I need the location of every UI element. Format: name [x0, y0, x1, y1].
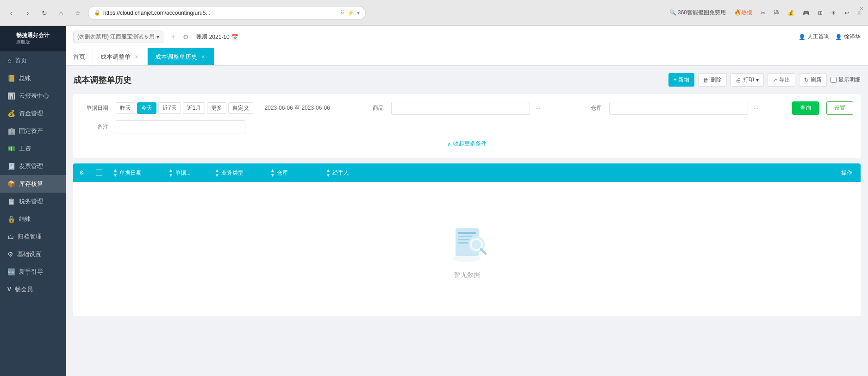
translate-tool[interactable]: 译	[771, 8, 782, 18]
th-handler[interactable]: ▲ ▼ 经手人	[321, 168, 377, 178]
filter-remark-row: 备注	[81, 120, 853, 133]
svg-point-8	[472, 240, 481, 249]
tab-home[interactable]: 首页	[66, 48, 93, 66]
sort-icon-date: ▲ ▼	[113, 168, 118, 178]
calendar-icon[interactable]: 📅	[231, 34, 238, 40]
filter-date-row: 单据日期 昨天 今天 近7天 近1月 更多 自定义 2023-06-06 至 2…	[81, 101, 853, 115]
add-company-btn[interactable]: +	[171, 33, 175, 41]
print-button[interactable]: 🖨 打印 ▾	[731, 73, 764, 87]
sort-icon-num: ▲ ▼	[169, 168, 173, 178]
sidebar-item-fixed-assets[interactable]: 🏢 固定资产	[0, 122, 66, 140]
th-settings[interactable]: ⚙	[73, 169, 90, 176]
th-checkbox[interactable]	[90, 169, 108, 176]
sidebar-item-capital[interactable]: 💰 资金管理	[0, 105, 66, 122]
warehouse-input[interactable]	[609, 102, 748, 115]
page-title: 成本调整单历史	[73, 75, 131, 86]
capital-icon: 💰	[7, 110, 15, 117]
star-button[interactable]: ☆	[71, 6, 84, 19]
sidebar-item-label: 总账	[19, 74, 31, 82]
service-btn[interactable]: 👤 人工咨询	[799, 33, 830, 41]
column-settings-icon: ⚙	[79, 169, 84, 176]
sidebar-item-guide[interactable]: 🆕 新手引导	[0, 263, 66, 281]
top-bar-right: 👤 人工咨询 👤 徐泽华	[799, 33, 861, 41]
sidebar-item-settings[interactable]: ⚙ 基础设置	[0, 245, 66, 263]
goods-more-btn[interactable]: ···	[536, 105, 540, 112]
date-btn-yesterday[interactable]: 昨天	[116, 102, 135, 114]
sidebar-item-member[interactable]: V 畅会员	[0, 281, 66, 298]
th-num[interactable]: ▲ ▼ 单据...	[164, 168, 210, 178]
search-tool[interactable]: 🔍 360智能抠图免费用	[667, 8, 729, 18]
tab-cost-adjust-close[interactable]: ×	[133, 54, 140, 60]
company-name: (勿删勿禁用) 江西服宝测试专用	[77, 33, 155, 41]
date-btn-1month[interactable]: 近1月	[183, 102, 206, 114]
undo-tool[interactable]: ↩	[842, 9, 852, 17]
delete-button[interactable]: 🗑 删除	[698, 73, 727, 87]
print-icon: 🖨	[736, 77, 741, 83]
date-btn-7days[interactable]: 近7天	[158, 102, 181, 114]
sidebar-item-label: 固定资产	[19, 127, 43, 135]
sidebar-item-label: 发票管理	[19, 162, 43, 170]
th-type[interactable]: ▲ ▼ 业务类型	[210, 168, 266, 178]
refresh-button[interactable]: ↻	[38, 6, 51, 19]
tab-cost-adjust-label: 成本调整单	[100, 53, 131, 61]
sidebar-item-reports[interactable]: 📊 云报表中心	[0, 87, 66, 105]
back-button[interactable]: ‹	[5, 6, 18, 19]
sidebar-item-inventory[interactable]: 📦 库存核算	[0, 175, 66, 193]
scissors-tool[interactable]: ✂	[758, 9, 768, 17]
warehouse-label: 仓库	[574, 104, 602, 112]
member-icon: V	[7, 286, 11, 293]
game-tool[interactable]: 🎮	[800, 9, 812, 17]
sort-icon-handler: ▲ ▼	[326, 168, 331, 178]
sidebar-item-label: 税务管理	[19, 197, 43, 206]
company-selector[interactable]: (勿删勿禁用) 江西服宝测试专用 ▾	[73, 31, 163, 43]
date-btn-today[interactable]: 今天	[137, 102, 156, 114]
sidebar-item-archive[interactable]: 🗂 归档管理	[0, 228, 66, 245]
user-profile[interactable]: 👤 徐泽华	[835, 33, 861, 41]
goods-input[interactable]	[391, 102, 530, 115]
sidebar-item-label: 归档管理	[18, 232, 42, 241]
date-btn-more[interactable]: 更多	[207, 102, 226, 114]
date-btn-custom[interactable]: 自定义	[228, 102, 253, 114]
show-cols-checkbox[interactable]	[831, 77, 837, 83]
table-header: ⚙ ▲ ▼ 单据日期 ▲ ▼	[73, 163, 861, 182]
remark-input[interactable]	[116, 120, 245, 133]
collapse-btn[interactable]: ∧ 收起更多条件	[444, 137, 489, 150]
print-dropdown-icon: ▾	[756, 77, 759, 83]
forward-button[interactable]: ›	[21, 6, 34, 19]
wallet-tool[interactable]: 💰	[785, 9, 797, 17]
settings-gear-icon[interactable]: ⚙	[183, 33, 189, 41]
brightness-tool[interactable]: ☀	[828, 9, 839, 17]
reports-icon: 📊	[7, 92, 15, 100]
tab-cost-adjust-history[interactable]: 成本调整单历史 ×	[148, 48, 214, 66]
sidebar-item-payroll[interactable]: 💵 工资	[0, 140, 66, 157]
th-date[interactable]: ▲ ▼ 单据日期	[108, 168, 164, 178]
sidebar-item-home[interactable]: ⌂ 首页	[0, 52, 66, 69]
svg-line-9	[481, 249, 486, 254]
sidebar-item-tax[interactable]: 📋 税务管理	[0, 193, 66, 210]
query-button[interactable]: 查询	[792, 101, 819, 115]
settings-button[interactable]: 设置	[826, 101, 853, 115]
empty-illustration	[444, 219, 490, 265]
sidebar-item-ledger[interactable]: 📒 总账	[0, 69, 66, 87]
app-tabs: 首页 成本调整单 × 成本调整单历史 × ×	[66, 48, 868, 66]
address-bar[interactable]: 🔒 https://cloud.chanjet.com/accounting/u…	[88, 6, 366, 20]
sidebar-item-invoice[interactable]: 🧾 发票管理	[0, 157, 66, 175]
sidebar-item-label: 基础设置	[17, 250, 41, 258]
add-button[interactable]: + 新增	[668, 73, 694, 87]
export-button[interactable]: ↗ 导出	[768, 73, 795, 87]
table-container: ⚙ ▲ ▼ 单据日期 ▲ ▼	[73, 163, 861, 316]
warehouse-more-btn[interactable]: ···	[754, 105, 758, 112]
tab-cost-adjust-history-close[interactable]: ×	[200, 54, 206, 60]
sidebar-item-label: 资金管理	[19, 109, 43, 118]
svg-rect-3	[458, 236, 472, 237]
select-all-checkbox[interactable]	[96, 169, 102, 176]
th-warehouse[interactable]: ▲ ▼ 仓库	[266, 168, 321, 178]
home-button[interactable]: ⌂	[55, 6, 68, 19]
tab-cost-adjust[interactable]: 成本调整单 ×	[93, 48, 148, 66]
grid-tool[interactable]: ⊞	[815, 9, 825, 17]
hot-search[interactable]: 🔥热搜	[731, 8, 755, 18]
sidebar-item-closing[interactable]: 🔒 结账	[0, 210, 66, 228]
sidebar-item-label: 结账	[19, 215, 31, 223]
refresh-button[interactable]: ↻ 刷新	[799, 73, 827, 87]
show-cols-toggle[interactable]: 显示明细	[831, 76, 861, 84]
